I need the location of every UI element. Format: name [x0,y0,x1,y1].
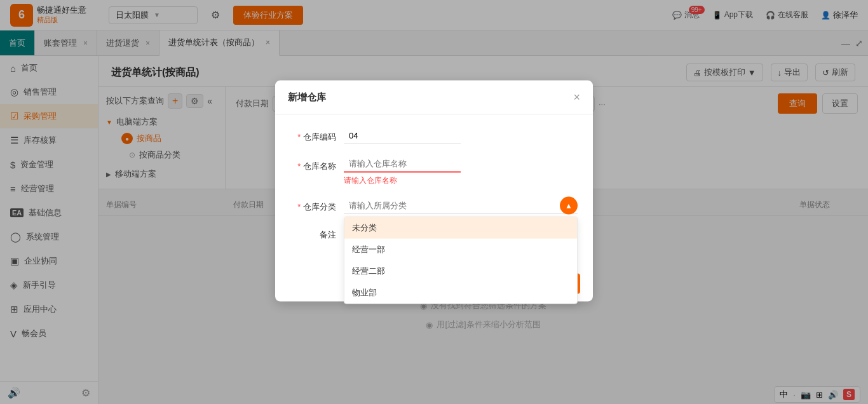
note-label: 备注 [290,226,336,241]
modal-header: 新增仓库 × [275,81,593,115]
option-property[interactable]: 物业部 [344,282,577,304]
name-error-msg: 请输入仓库名称 [344,176,397,185]
category-row: 仓库分类 ▲ 未分类 经营一部 经营二部 物业部 [290,198,578,214]
option-none[interactable]: 未分类 [344,217,577,239]
modal-title: 新增仓库 [288,91,326,104]
modal-close-icon[interactable]: × [573,91,580,104]
option-dept1[interactable]: 经营一部 [344,239,577,260]
code-row: 仓库编码 [290,128,578,144]
category-label: 仓库分类 [290,198,336,213]
name-input[interactable] [344,156,461,173]
category-dropdown-list: 未分类 经营一部 经营二部 物业部 [344,217,578,304]
name-label: 仓库名称 [290,156,336,172]
modal-body: 仓库编码 仓库名称 请输入仓库名称 仓库分类 ▲ [275,115,593,266]
category-input[interactable] [344,198,578,214]
category-dropdown-wrapper: ▲ 未分类 经营一部 经营二部 物业部 [344,198,578,214]
name-row: 仓库名称 请输入仓库名称 [290,156,578,186]
name-input-wrapper [344,156,461,173]
add-warehouse-modal: 新增仓库 × 仓库编码 仓库名称 请输入仓库名称 仓库分类 [275,81,593,302]
code-input[interactable] [344,128,461,144]
code-label: 仓库编码 [290,128,336,143]
code-input-wrapper [344,128,578,144]
option-dept2[interactable]: 经营二部 [344,260,577,282]
dropdown-toggle-btn[interactable]: ▲ [560,197,578,215]
